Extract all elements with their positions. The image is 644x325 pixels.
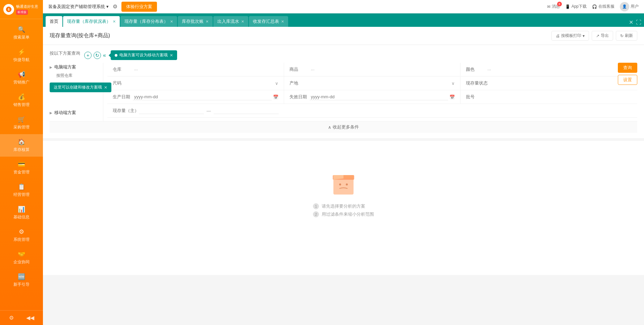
add-scheme-btn[interactable]: + [84, 52, 92, 59]
sidebar-item-operations[interactable]: 📋 经营管理 [0, 179, 43, 202]
logo-icon: 6 [3, 4, 14, 15]
settings-btn[interactable]: 设置 [618, 75, 637, 85]
refresh-btn[interactable]: ↻ 刷新 [616, 31, 637, 41]
plan-tree-pc[interactable]: ▶ 电脑端方案 [50, 63, 99, 71]
edit-tooltip-close[interactable]: ✕ [104, 85, 107, 90]
scheme-tooltip-close[interactable]: ✕ [170, 53, 173, 58]
tab-home[interactable]: 首页 [46, 16, 62, 27]
sidebar-item-label-sales: 销售管理 [13, 102, 30, 108]
tab-inout-flow[interactable]: 出入库流水 ✕ [213, 16, 248, 27]
page-title: 现存量查询(按仓库+商品) [50, 32, 110, 39]
plan-tree-pc-label: 电脑端方案 [54, 64, 76, 70]
proddate-cal-icon[interactable]: 📅 [273, 95, 278, 100]
export-btn[interactable]: ↗ 导出 [592, 31, 613, 41]
sidebar-item-label-enterprise: 企业协同 [13, 259, 30, 265]
tab-home-label: 首页 [50, 18, 58, 24]
maximize-btn[interactable]: ⛶ [636, 19, 641, 25]
headset-icon: 🎧 [592, 4, 597, 9]
quantity-sep: — [207, 108, 211, 113]
app-download-action[interactable]: 📱 App下载 [565, 4, 587, 9]
tab-inventory-dist[interactable]: 现存量（库存分布表） ✕ [120, 16, 177, 27]
sidebar-item-finance[interactable]: 💳 资金管理 [0, 157, 43, 179]
tab-inventory-dist-label: 现存量（库存分布表） [124, 18, 168, 24]
filter-cell-stock-status: 现存量状态 ∨ [461, 76, 637, 90]
back-arrow-btn[interactable]: « [103, 52, 106, 58]
message-icon: ✉ [547, 4, 550, 9]
finance-icon: 💳 [18, 161, 25, 168]
sidebar-item-sales[interactable]: 💰 销售管理 [0, 89, 43, 112]
tab-recv-send-close[interactable]: ✕ [281, 19, 284, 24]
plan-tree-pc-item1[interactable]: 按照仓库 [56, 71, 99, 80]
refresh-icon: ↻ [620, 34, 624, 38]
stock-min-input[interactable] [139, 107, 204, 114]
color-dots[interactable]: ··· [486, 67, 492, 72]
tab-batch-ledger[interactable]: 库存批次账 ✕ [178, 16, 213, 27]
logo-text: 畅通道好生意 [16, 4, 38, 9]
plan-tree-pc-sub: 按照仓库 [56, 71, 99, 80]
trial-button[interactable]: 体验行业方案 [121, 2, 157, 12]
print-template-btn[interactable]: 🖨 按模板打印 ▾ [551, 31, 589, 41]
sidebar-item-system[interactable]: ⚙ 系统管理 [0, 224, 43, 247]
tab-batch-ledger-close[interactable]: ✕ [206, 19, 209, 24]
collapse-btn[interactable]: ∧ 收起更多条件 [50, 121, 637, 133]
refresh-scheme-btn[interactable]: ↻ [94, 52, 101, 59]
tab-inventory-dist-close[interactable]: ✕ [170, 19, 173, 24]
proddate-label: 生产日期 [113, 94, 133, 100]
sidebar-item-purchase[interactable]: 🛒 采购管理 [0, 112, 43, 134]
plan-tree-mobile[interactable]: ▶ 移动端方案 [50, 108, 99, 117]
tab-recv-send[interactable]: 收发存汇总表 ✕ [249, 16, 288, 27]
sidebar-item-quicknav[interactable]: ⚡ 快捷导航 [0, 44, 43, 67]
tab-recv-send-label: 收发存汇总表 [253, 18, 279, 24]
expiredate-cal-icon[interactable]: 📅 [449, 95, 455, 100]
warehouse-dots[interactable]: ··· [133, 67, 139, 72]
scheme-tooltip-bubble: 电脑方案可设为移动方案哦 ✕ [111, 50, 177, 60]
sidebar-item-marketing[interactable]: 📢 营销推广 [0, 67, 43, 89]
sidebar-item-enterprise[interactable]: 🤝 企业协同 [0, 247, 43, 269]
tab-inventory-status-close[interactable]: ✕ [113, 19, 116, 24]
page-header: 现存量查询(按仓库+商品) 🖨 按模板打印 ▾ ↗ 导出 ↻ 刷新 [43, 27, 644, 45]
sidebar-item-inventory[interactable]: 🏠 库存核算 [0, 134, 43, 157]
sidebar-item-base[interactable]: 📊 基础信息 [0, 202, 43, 224]
filter-cell-product: 商品 ··· [284, 63, 461, 76]
system-name-select[interactable]: 装备及固定资产辅助管理系统 ▾ [48, 4, 109, 10]
sidebar-settings-btn[interactable]: ⚙ [9, 315, 14, 321]
stock-max-input[interactable] [214, 107, 279, 114]
tip-num-1: 1 [313, 203, 319, 209]
product-dots[interactable]: ··· [310, 67, 316, 72]
main-content: 现存量查询(按仓库+商品) 🖨 按模板打印 ▾ ↗ 导出 ↻ 刷新 [43, 27, 644, 325]
size-label: 尺码 [113, 80, 133, 86]
tip-num-2: 2 [313, 211, 319, 217]
svg-point-5 [346, 183, 348, 185]
tab-inout-flow-close[interactable]: ✕ [241, 19, 244, 24]
add-icon: + [87, 53, 89, 58]
empty-svg [327, 168, 360, 198]
filter-cell-origin: 产地 ∨ [284, 76, 461, 90]
tab-inventory-status[interactable]: 现存量（库存状况表） ✕ [63, 16, 120, 27]
quicknav-icon: ⚡ [18, 48, 25, 56]
header: 装备及固定资产辅助管理系统 ▾ ⚙ 体验行业方案 ✉ 消息 8 📱 App下载 … [43, 0, 644, 13]
enterprise-icon: 🤝 [18, 251, 25, 258]
sales-icon: 💰 [18, 93, 25, 101]
empty-tip-2: 2 用过滤条件来缩小分析范围 [313, 211, 374, 217]
support-action[interactable]: 🎧 在线客服 [592, 4, 614, 9]
header-right: ✉ 消息 8 📱 App下载 🎧 在线客服 👤 用户 [547, 2, 639, 11]
query-action-btns: 查询 设置 [618, 63, 637, 85]
inventory-icon: 🏠 [18, 138, 25, 146]
close-all-tabs-btn[interactable]: ✕ [629, 19, 633, 25]
sidebar-item-label-finance: 资金管理 [13, 169, 30, 175]
sidebar-item-guide[interactable]: 🆕 新手引导 [0, 269, 43, 291]
user-action[interactable]: 👤 用户 [620, 2, 639, 11]
edit-tooltip: 这里可以创建和修改方案哦 ✕ [50, 83, 111, 92]
query-btn[interactable]: 查询 [618, 63, 637, 73]
expand-pc-icon: ▶ [50, 65, 52, 69]
sidebar-item-search[interactable]: 🔍 搜索菜单 [0, 22, 43, 44]
header-settings-icon[interactable]: ⚙ [113, 3, 117, 10]
expiredate-label: 失效日期 [289, 94, 310, 100]
query-area: 按以下方案查询 + ↻ « 电脑方案可设为移动方案哦 ✕ [43, 45, 644, 138]
purchase-icon: 🛒 [18, 116, 25, 123]
notification-action[interactable]: ✉ 消息 8 [547, 4, 560, 9]
logo-badge: 标准版 [16, 10, 28, 15]
expiredate-input[interactable] [310, 94, 448, 100]
proddate-input[interactable] [133, 94, 272, 100]
sidebar-collapse-btn[interactable]: ◀◀ [26, 315, 34, 321]
